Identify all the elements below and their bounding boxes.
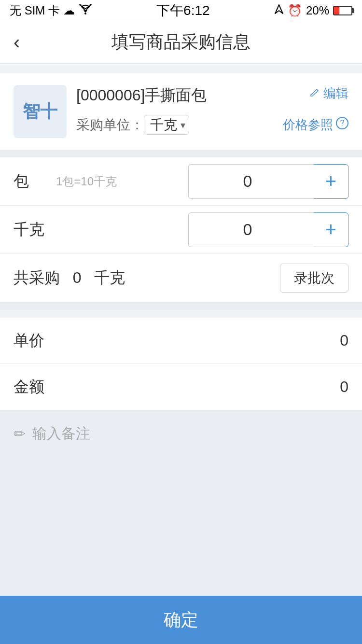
wifi-icon (79, 4, 92, 17)
location-icon (274, 4, 284, 17)
summary-row: 共采购 0 千克 录批次 (0, 254, 362, 302)
unit-price-row: 单价 0 (0, 318, 362, 364)
unit-select[interactable]: 千克 包 (144, 115, 189, 135)
status-left: 无 SIM 卡 ☁ (10, 3, 92, 18)
bao-row: 包 1包=10千克 + (0, 157, 362, 206)
svg-point-0 (84, 13, 86, 14)
product-thumbnail: 智十 (14, 85, 67, 138)
product-bottom-row: 采购单位： 千克 包 价格参照 ? (76, 115, 348, 135)
unit-select-wrapper[interactable]: 千克 包 (144, 115, 189, 135)
product-info: [0000006]手撕面包 采购单位： 千克 包 价格参照 ? (76, 85, 348, 135)
unit-price-value: 0 (340, 332, 348, 350)
kg-input[interactable] (188, 212, 314, 247)
summary-prefix: 共采购 (14, 269, 60, 286)
pencil-icon: ✏ (14, 425, 26, 442)
amount-row: 金额 0 (0, 364, 362, 410)
section-divider-2 (0, 302, 362, 310)
amount-value: 0 (340, 378, 348, 396)
kg-label: 千克 (14, 219, 52, 240)
svg-text:?: ? (340, 119, 345, 127)
main-content: 智十 [0000006]手撕面包 采购单位： 千克 包 价格参照 (0, 73, 362, 644)
product-logo: 智十 (23, 101, 57, 122)
empty-space (0, 457, 362, 612)
edit-icon (310, 86, 320, 101)
battery-percent: 20% (306, 4, 329, 17)
status-right: ⏰ 20% (274, 4, 352, 17)
price-ref-label: 价格参照 (283, 116, 333, 133)
remark-section: ✏ 输入备注 (0, 410, 362, 457)
status-bar: 无 SIM 卡 ☁ 下午6:12 ⏰ 20% (0, 0, 362, 21)
help-icon: ? (336, 117, 348, 133)
no-sim-text: 无 SIM 卡 ☁ (10, 3, 75, 18)
record-batch-button[interactable]: 录批次 (280, 264, 348, 293)
bao-input-group: + (188, 164, 348, 199)
unit-price-label: 单价 (14, 330, 44, 351)
edit-button[interactable]: 编辑 (310, 85, 348, 102)
bao-input[interactable] (188, 164, 314, 199)
kg-row: 千克 + (0, 206, 362, 254)
summary-text: 共采购 0 千克 (14, 267, 125, 289)
summary-unit: 千克 (94, 269, 125, 286)
amount-label: 金额 (14, 377, 44, 398)
kg-plus-button[interactable]: + (314, 212, 348, 247)
section-divider-1 (0, 150, 362, 157)
alarm-icon: ⏰ (288, 4, 302, 17)
bao-label: 包 (14, 171, 52, 192)
quantity-section: 包 1包=10千克 + 千克 + (0, 157, 362, 254)
nav-bar: ‹ 填写商品采购信息 (0, 21, 362, 64)
kg-input-group: + (188, 212, 348, 247)
product-name: [0000006]手撕面包 (76, 85, 348, 106)
edit-label: 编辑 (323, 85, 348, 102)
summary-quantity: 0 (73, 269, 82, 286)
battery-icon (333, 6, 352, 15)
product-card: 智十 [0000006]手撕面包 采购单位： 千克 包 价格参照 (0, 73, 362, 150)
remark-placeholder: 输入备注 (32, 424, 90, 444)
bao-sub-label: 1包=10千克 (56, 174, 117, 189)
back-button[interactable]: ‹ (14, 31, 20, 53)
confirm-button[interactable]: 确定 (0, 596, 362, 644)
info-section: 单价 0 金额 0 (0, 318, 362, 410)
price-ref-button[interactable]: 价格参照 ? (283, 116, 348, 133)
bao-plus-button[interactable]: + (314, 164, 348, 199)
page-title: 填写商品采购信息 (111, 30, 251, 54)
status-time: 下午6:12 (156, 1, 210, 20)
unit-label: 采购单位： (76, 116, 144, 134)
